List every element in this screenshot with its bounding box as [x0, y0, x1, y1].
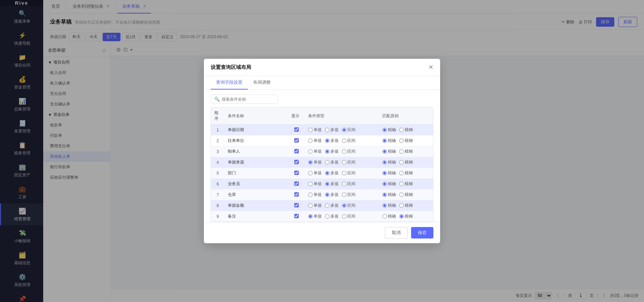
match-option-精确-5[interactable]: 精确 — [382, 170, 396, 176]
type-option-多值-8[interactable]: 多值 — [325, 203, 339, 208]
match-option-精确-4[interactable]: 精确 — [382, 159, 396, 165]
row-show-2 — [288, 135, 305, 146]
show-checkbox-9[interactable] — [294, 214, 299, 218]
type-option-区间-7[interactable]: 区间 — [342, 192, 355, 198]
row-order-1: 1 — [211, 125, 224, 135]
modal-close-button[interactable]: ✕ — [428, 64, 433, 71]
row-order-8: 8 — [211, 200, 224, 211]
row-match-4: 精确模糊 — [379, 157, 433, 168]
type-option-区间-6[interactable]: 区间 — [342, 181, 355, 187]
show-checkbox-7[interactable] — [294, 192, 299, 197]
row-show-8 — [288, 200, 305, 211]
type-option-单值-5[interactable]: 单值 — [308, 170, 322, 176]
show-checkbox-6[interactable] — [294, 181, 299, 186]
modal-tab-query[interactable]: 查询字段设置 — [211, 76, 248, 90]
modal-dialog: 设置查询区域布局 ✕ 查询字段设置 布局调整 🔍 顺序 条件名称 显示 — [204, 59, 440, 243]
show-checkbox-2[interactable] — [294, 138, 299, 143]
show-checkbox-5[interactable] — [294, 171, 299, 175]
match-option-精确-6[interactable]: 精确 — [382, 181, 396, 187]
row-match-5: 精确模糊 — [379, 168, 433, 179]
modal-title: 设置查询区域布局 — [211, 64, 251, 71]
show-checkbox-4[interactable] — [294, 160, 299, 164]
type-option-区间-4[interactable]: 区间 — [342, 159, 355, 165]
row-type-2: 单值多值区间 — [305, 135, 379, 146]
match-option-模糊-8[interactable]: 模糊 — [399, 203, 413, 208]
type-option-单值-3[interactable]: 单值 — [308, 149, 322, 154]
col-name: 条件名称 — [224, 107, 288, 125]
row-name-5: 部门 — [224, 168, 288, 179]
row-name-2: 往来单位 — [224, 135, 288, 146]
type-option-多值-7[interactable]: 多值 — [325, 192, 339, 198]
row-name-1: 单据日期 — [224, 125, 288, 135]
type-option-单值-2[interactable]: 单值 — [308, 138, 322, 144]
type-option-单值-7[interactable]: 单值 — [308, 192, 322, 198]
type-option-单值-4[interactable]: 单值 — [308, 159, 322, 165]
match-option-精确-1[interactable]: 精确 — [382, 127, 396, 133]
row-order-9: 9 — [211, 211, 224, 222]
match-option-精确-8[interactable]: 精确 — [382, 203, 396, 208]
type-option-单值-1[interactable]: 单值 — [308, 127, 322, 133]
type-option-多值-4[interactable]: 多值 — [325, 159, 339, 165]
type-option-单值-8[interactable]: 单值 — [308, 203, 322, 208]
type-option-多值-1[interactable]: 多值 — [325, 127, 339, 133]
row-show-5 — [288, 168, 305, 179]
col-show: 显示 — [288, 107, 305, 125]
type-option-区间-2[interactable]: 区间 — [342, 138, 355, 144]
search-icon: 🔍 — [214, 97, 220, 102]
row-type-5: 单值多值区间 — [305, 168, 379, 179]
row-show-3 — [288, 146, 305, 157]
row-type-6: 单值多值区间 — [305, 179, 379, 190]
type-option-多值-2[interactable]: 多值 — [325, 138, 339, 144]
match-option-精确-7[interactable]: 精确 — [382, 192, 396, 198]
row-show-6 — [288, 179, 305, 190]
row-type-4: 单值多值区间 — [305, 157, 379, 168]
show-checkbox-3[interactable] — [294, 149, 299, 153]
type-option-单值-6[interactable]: 单值 — [308, 181, 322, 187]
row-show-9 — [288, 211, 305, 222]
type-option-区间-5[interactable]: 区间 — [342, 170, 355, 176]
type-option-单值-9[interactable]: 单值 — [308, 213, 322, 219]
modal-header: 设置查询区域布局 ✕ — [204, 59, 440, 76]
type-option-区间-9[interactable]: 区间 — [342, 213, 355, 219]
match-option-模糊-1[interactable]: 模糊 — [399, 127, 413, 133]
type-option-多值-5[interactable]: 多值 — [325, 170, 339, 176]
modal-tab-layout[interactable]: 布局调整 — [248, 76, 276, 90]
type-option-多值-9[interactable]: 多值 — [325, 213, 339, 219]
match-option-模糊-3[interactable]: 模糊 — [399, 149, 413, 154]
match-option-精确-9[interactable]: 精确 — [382, 213, 396, 219]
row-match-3: 精确模糊 — [379, 146, 433, 157]
show-checkbox-1[interactable] — [294, 127, 299, 132]
table-row: 6业务员单值多值区间精确模糊 — [211, 179, 433, 190]
modal-table: 顺序 条件名称 显示 条件类型 匹配原则 1单据日期单值多值区间精确模糊2往来单… — [211, 107, 433, 222]
type-option-多值-3[interactable]: 多值 — [325, 149, 339, 154]
row-match-2: 精确模糊 — [379, 135, 433, 146]
show-checkbox-8[interactable] — [294, 203, 299, 207]
match-option-模糊-9[interactable]: 模糊 — [399, 213, 413, 219]
type-option-区间-1[interactable]: 区间 — [342, 127, 355, 133]
row-order-3: 3 — [211, 146, 224, 157]
row-show-1 — [288, 125, 305, 135]
row-type-3: 单值多值区间 — [305, 146, 379, 157]
row-order-2: 2 — [211, 135, 224, 146]
match-option-精确-2[interactable]: 精确 — [382, 138, 396, 144]
match-option-模糊-4[interactable]: 模糊 — [399, 159, 413, 165]
match-option-精确-3[interactable]: 精确 — [382, 149, 396, 154]
match-option-模糊-6[interactable]: 模糊 — [399, 181, 413, 187]
modal-save-button[interactable]: 保存 — [411, 227, 433, 238]
table-row: 9备注单值多值区间精确模糊 — [211, 211, 433, 222]
type-option-多值-6[interactable]: 多值 — [325, 181, 339, 187]
row-name-9: 备注 — [224, 211, 288, 222]
modal-overlay: 设置查询区域布局 ✕ 查询字段设置 布局调整 🔍 顺序 条件名称 显示 — [0, 0, 644, 302]
match-option-模糊-7[interactable]: 模糊 — [399, 192, 413, 198]
modal-tabs: 查询字段设置 布局调整 — [204, 76, 440, 90]
type-option-区间-3[interactable]: 区间 — [342, 149, 355, 154]
type-option-区间-8[interactable]: 区间 — [342, 203, 355, 208]
match-option-模糊-2[interactable]: 模糊 — [399, 138, 413, 144]
table-row: 7仓库单值多值区间精确模糊 — [211, 190, 433, 200]
search-input[interactable] — [222, 97, 274, 102]
modal-body: 🔍 顺序 条件名称 显示 条件类型 匹配原则 1单据日期单值多值区间精确模糊2 — [204, 90, 440, 222]
search-box: 🔍 — [211, 95, 278, 104]
match-option-模糊-5[interactable]: 模糊 — [399, 170, 413, 176]
cancel-button[interactable]: 取消 — [385, 227, 408, 238]
table-row: 5部门单值多值区间精确模糊 — [211, 168, 433, 179]
